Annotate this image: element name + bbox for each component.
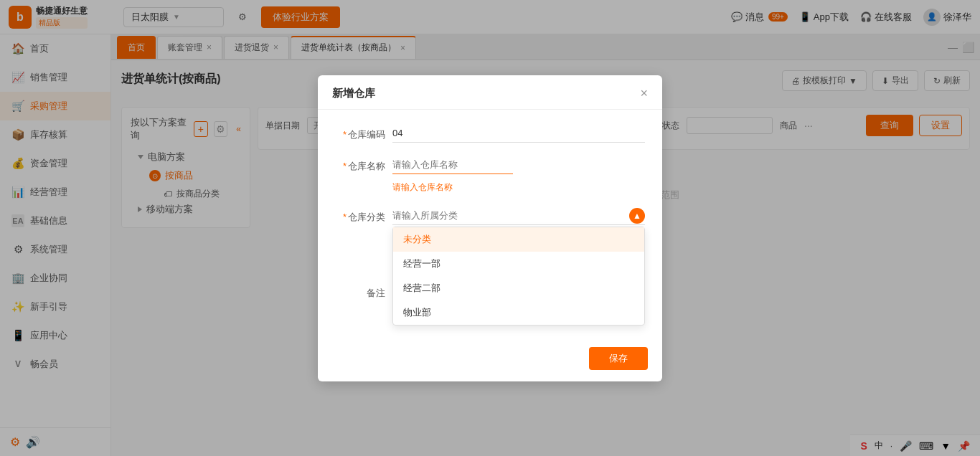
warehouse-name-row: *仓库名称 请输入仓库名称 bbox=[335, 156, 645, 194]
warehouse-name-input[interactable] bbox=[392, 156, 513, 174]
warehouse-code-row: *仓库编码 bbox=[335, 124, 645, 143]
modal-body: *仓库编码 *仓库名称 请输入仓库名称 bbox=[318, 110, 662, 338]
dropdown-item-unclassified[interactable]: 未分类 bbox=[393, 227, 644, 252]
dropdown-item-ops2[interactable]: 经营二部 bbox=[393, 276, 644, 300]
new-warehouse-modal: 新增仓库 × *仓库编码 *仓库名称 bbox=[318, 75, 662, 381]
name-error-wrap: 请输入仓库名称 bbox=[335, 181, 645, 194]
category-arrow-icon[interactable]: ▲ bbox=[629, 208, 645, 224]
category-input[interactable] bbox=[392, 206, 645, 225]
modal-footer: 保存 bbox=[318, 338, 662, 381]
warehouse-category-row: *仓库分类 ▲ 未分类 经营一部 经营二部 物业部 bbox=[335, 206, 645, 225]
modal-close-icon[interactable]: × bbox=[640, 87, 648, 100]
modal-overlay[interactable]: 新增仓库 × *仓库编码 *仓库名称 bbox=[0, 0, 980, 456]
warehouse-code-input[interactable] bbox=[392, 124, 645, 143]
notes-label: 备注 bbox=[335, 282, 385, 300]
category-label: *仓库分类 bbox=[335, 206, 385, 224]
dropdown-item-ops1[interactable]: 经营一部 bbox=[393, 252, 644, 276]
name-label: *仓库名称 bbox=[335, 156, 385, 173]
category-dropdown: 未分类 经营一部 经营二部 物业部 bbox=[392, 227, 645, 326]
dropdown-item-property[interactable]: 物业部 bbox=[393, 300, 644, 325]
name-field-wrap bbox=[392, 156, 645, 174]
category-select-wrap: ▲ bbox=[392, 206, 645, 225]
name-error-message: 请输入仓库名称 bbox=[392, 182, 453, 192]
warehouse-name-inner: *仓库名称 bbox=[335, 156, 645, 174]
modal-header: 新增仓库 × bbox=[318, 75, 662, 110]
modal-title: 新增仓库 bbox=[332, 87, 375, 100]
code-label: *仓库编码 bbox=[335, 124, 385, 141]
save-button[interactable]: 保存 bbox=[589, 347, 648, 370]
